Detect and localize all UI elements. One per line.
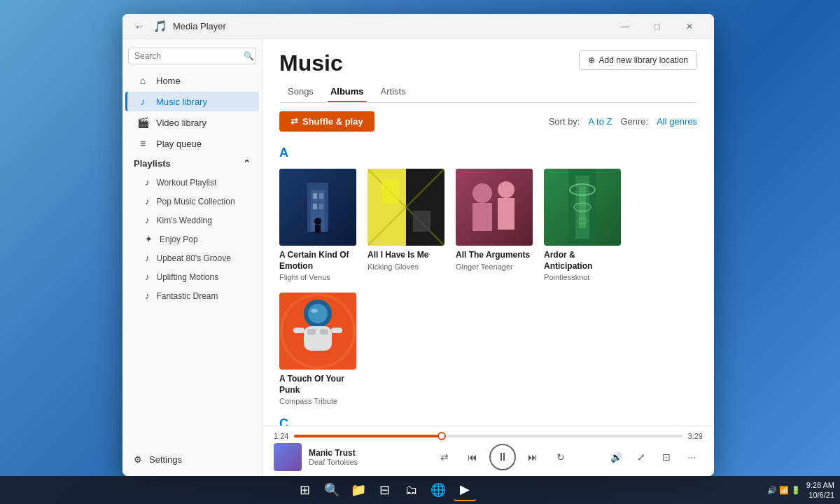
- album-title: All The Arguments: [456, 250, 533, 261]
- sort-value[interactable]: A to Z: [588, 116, 612, 127]
- svg-rect-6: [313, 204, 317, 209]
- album-card[interactable]: A Touch Of Your Punk Compass Tribute: [279, 293, 356, 405]
- svg-rect-12: [406, 169, 444, 246]
- playlists-collapse-icon: ⌃: [243, 158, 251, 169]
- playlist-icon: ♪: [145, 177, 150, 188]
- album-artist: Kicking Gloves: [368, 262, 444, 271]
- progress-fill: [294, 435, 442, 438]
- section-letter-a: A: [279, 146, 697, 160]
- toolbar: ⇄ Shuffle & play Sort by: A to Z Genre: …: [262, 103, 714, 140]
- taskbar-file-explorer[interactable]: 📁: [347, 479, 370, 501]
- svg-rect-36: [320, 329, 328, 335]
- sidebar-item-settings[interactable]: ⚙ Settings: [122, 449, 262, 470]
- now-playing-info: Manic Trust Deaf Tortoises: [309, 448, 400, 466]
- sort-label: Sort by:: [549, 116, 580, 127]
- close-button[interactable]: ✕: [673, 14, 706, 39]
- fullscreen-button[interactable]: ⤢: [630, 446, 652, 468]
- tabs-row: Songs Albums Artists: [279, 82, 697, 103]
- maximize-button[interactable]: □: [641, 14, 673, 39]
- progress-row: 1:24 3:29: [262, 426, 714, 440]
- minimize-button[interactable]: —: [609, 14, 641, 39]
- back-button[interactable]: ←: [131, 18, 148, 35]
- svg-rect-35: [307, 329, 316, 335]
- prev-button[interactable]: ⏮: [461, 446, 484, 468]
- taskbar-sys-icons: 🔊 📶 🔋: [767, 486, 801, 495]
- playlist-item[interactable]: ♪ Pop Music Collection: [125, 192, 259, 210]
- svg-point-21: [498, 181, 514, 198]
- album-card[interactable]: Ardor & Anticipation Pointlessknot: [544, 169, 621, 281]
- svg-rect-37: [293, 328, 304, 333]
- svg-rect-22: [498, 198, 514, 230]
- app-title: Media Player: [173, 21, 603, 31]
- taskbar: ⊞ 🔍 📁 ⊟ 🗂 🌐 ▶ 🔊 📶 🔋 9:28 AM 10/6/21: [0, 476, 840, 504]
- tab-artists[interactable]: Artists: [372, 82, 414, 101]
- playlist-item[interactable]: ♪ Workout Playlist: [125, 174, 259, 191]
- window-controls: — □ ✕: [609, 14, 706, 39]
- now-playing: Manic Trust Deaf Tortoises: [274, 443, 400, 471]
- playlist-item[interactable]: ♪ Uplifting Motions: [125, 268, 259, 286]
- playlist-item[interactable]: ♪ Fantastic Dream: [125, 287, 259, 304]
- album-card[interactable]: All The Arguments Ginger Teenager: [456, 169, 533, 281]
- sidebar: 🔍 ⌂ Home ♪ Music library 🎬 Video library…: [122, 39, 262, 476]
- tab-songs[interactable]: Songs: [279, 82, 322, 101]
- taskbar-start[interactable]: ⊞: [294, 479, 316, 501]
- taskbar-clock: 9:28 AM 10/6/21: [806, 480, 834, 500]
- repeat-button[interactable]: ↻: [550, 446, 572, 468]
- search-input[interactable]: [134, 51, 239, 61]
- album-card[interactable]: A Certain Kind Of Emotion Flight of Venu…: [279, 169, 356, 281]
- taskbar-search[interactable]: 🔍: [321, 479, 343, 501]
- shuffle-play-button[interactable]: ⇄ Shuffle & play: [279, 111, 374, 132]
- album-art: [279, 169, 356, 246]
- playback-controls: ⇄ ⏮ ⏸ ⏭ ↻: [400, 444, 605, 470]
- library-icon: ⊕: [588, 55, 595, 65]
- more-options-button[interactable]: ···: [680, 446, 703, 468]
- progress-thumb: [438, 432, 446, 440]
- sidebar-item-play-queue[interactable]: ≡ Play queue: [125, 134, 259, 153]
- search-box[interactable]: 🔍: [128, 48, 256, 64]
- playlists-header[interactable]: Playlists ⌃: [122, 154, 262, 173]
- playlist-item[interactable]: ♪ Kim's Wedding: [125, 211, 259, 229]
- app-window: ← 🎵 Media Player — □ ✕ 🔍 ⌂ Home ♪ Music …: [122, 14, 714, 476]
- main-layout: 🔍 ⌂ Home ♪ Music library 🎬 Video library…: [122, 39, 714, 476]
- taskbar-media-player[interactable]: ▶: [454, 479, 476, 501]
- shuffle-button[interactable]: ⇄: [433, 446, 456, 468]
- album-title: Ardor & Anticipation: [544, 250, 621, 272]
- pause-button[interactable]: ⏸: [489, 444, 516, 470]
- taskbar-widgets[interactable]: 🗂: [400, 479, 423, 501]
- section-letter-c: C: [279, 416, 697, 426]
- title-bar: ← 🎵 Media Player — □ ✕: [122, 14, 714, 39]
- svg-rect-7: [319, 204, 323, 209]
- svg-rect-20: [472, 203, 492, 231]
- tab-albums[interactable]: Albums: [322, 82, 372, 101]
- add-library-button[interactable]: ⊕ Add new library location: [579, 50, 697, 70]
- svg-point-33: [311, 309, 318, 313]
- time-current: 1:24: [274, 432, 288, 440]
- sidebar-item-music-library[interactable]: ♪ Music library: [125, 92, 259, 111]
- genre-value[interactable]: All genres: [657, 116, 697, 127]
- content-area: Music ⊕ Add new library location Songs A…: [262, 39, 714, 476]
- search-icon: 🔍: [244, 51, 254, 61]
- volume-button[interactable]: 🔊: [605, 446, 627, 468]
- sidebar-item-video-library[interactable]: 🎬 Video library: [125, 113, 259, 132]
- app-icon: 🎵: [153, 20, 167, 33]
- taskbar-task-view[interactable]: ⊟: [374, 479, 396, 501]
- progress-track[interactable]: [294, 435, 682, 438]
- settings-icon: ⚙: [134, 454, 142, 465]
- album-card[interactable]: All I Have Is Me Kicking Gloves: [368, 169, 444, 281]
- album-title: A Certain Kind Of Emotion: [279, 250, 356, 272]
- sidebar-item-home[interactable]: ⌂ Home: [125, 71, 259, 90]
- taskbar-edge[interactable]: 🌐: [427, 479, 449, 501]
- albums-content: A: [262, 140, 714, 426]
- tabs: Songs Albums Artists: [279, 82, 414, 101]
- genre-label: Genre:: [620, 116, 648, 127]
- miniplayer-button[interactable]: ⊡: [655, 446, 678, 468]
- playlist-item[interactable]: ✦ Enjoy Pop: [125, 230, 259, 248]
- now-playing-artist: Deaf Tortoises: [309, 458, 400, 466]
- svg-rect-16: [413, 211, 430, 232]
- taskbar-icons: ⊞ 🔍 📁 ⊟ 🗂 🌐 ▶: [6, 479, 764, 501]
- now-playing-art: [274, 443, 302, 471]
- svg-rect-26: [579, 186, 586, 228]
- playlist-item[interactable]: ♪ Upbeat 80's Groove: [125, 249, 259, 267]
- shuffle-icon: ⇄: [290, 116, 298, 127]
- next-button[interactable]: ⏭: [522, 446, 544, 468]
